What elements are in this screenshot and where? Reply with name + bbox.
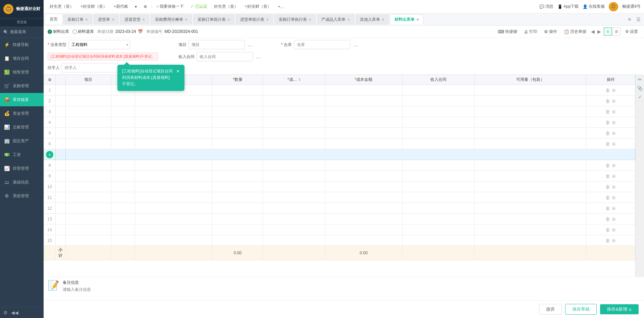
delete-icon[interactable]: 🗑 bbox=[605, 195, 610, 200]
cell[interactable] bbox=[56, 106, 66, 117]
cell[interactable] bbox=[111, 96, 135, 106]
cell[interactable] bbox=[111, 192, 135, 203]
cell[interactable] bbox=[66, 106, 111, 117]
tab-receipt-stats[interactable]: 进货单统计表 ✕ bbox=[236, 14, 273, 24]
date-value[interactable]: 2023-03-24 bbox=[115, 29, 136, 34]
project-input[interactable] bbox=[189, 40, 245, 49]
cell[interactable] bbox=[56, 117, 66, 128]
sidebar-search-menu[interactable]: 🔍 搜索菜单 bbox=[0, 26, 44, 38]
top-bar-app-download[interactable]: 📱 App下载 bbox=[557, 4, 579, 9]
cell[interactable] bbox=[135, 181, 212, 192]
delete-icon[interactable]: 🗑 bbox=[605, 163, 610, 168]
shortcut-key-btn[interactable]: ⌨ 快捷键 bbox=[496, 28, 519, 36]
cell[interactable] bbox=[66, 160, 111, 171]
copy-icon[interactable]: ⊕ bbox=[612, 163, 616, 168]
cell[interactable] bbox=[212, 214, 263, 224]
copy-icon[interactable]: ⊕ bbox=[612, 141, 616, 147]
copy-icon[interactable]: ⊕ bbox=[612, 88, 616, 93]
calendar-icon[interactable]: 📅 bbox=[138, 29, 143, 34]
delete-icon[interactable]: 🗑 bbox=[605, 173, 610, 179]
cell[interactable] bbox=[474, 139, 586, 149]
tooltip-close-btn[interactable]: ✕ bbox=[176, 68, 180, 75]
cell[interactable] bbox=[66, 192, 111, 203]
cell[interactable] bbox=[263, 224, 325, 235]
sidebar-item-project[interactable]: 📋 项目合同 bbox=[0, 52, 44, 65]
view-list-btn[interactable]: ≡ bbox=[604, 28, 612, 36]
copy-icon[interactable]: ⊕ bbox=[612, 109, 616, 114]
cell[interactable] bbox=[56, 181, 66, 192]
cell[interactable] bbox=[474, 106, 586, 117]
cell[interactable] bbox=[474, 181, 586, 192]
cell[interactable] bbox=[474, 224, 586, 235]
cell[interactable] bbox=[56, 139, 66, 149]
sidebar-item-assets[interactable]: 🏢 固定资产 bbox=[0, 134, 44, 148]
settings-btn[interactable]: ⚙ 设置 bbox=[623, 28, 640, 36]
user-name[interactable]: 畅捷通8号 bbox=[622, 4, 641, 9]
operation-btn[interactable]: ⚙ 操作 bbox=[542, 28, 559, 36]
cell[interactable] bbox=[325, 224, 402, 235]
business-type-input[interactable] bbox=[68, 40, 130, 49]
cost-info-icon[interactable]: ℹ bbox=[299, 77, 301, 82]
top-nav-dropdown[interactable]: ▾ bbox=[132, 3, 140, 10]
top-nav-experience[interactable]: ○ 我要体验一下 bbox=[154, 3, 187, 10]
copy-icon[interactable]: ⊕ bbox=[612, 184, 616, 190]
tab-purchase-order[interactable]: 采购订单 ✕ bbox=[63, 14, 92, 24]
cell[interactable] bbox=[325, 128, 402, 139]
copy-icon[interactable]: ⊕ bbox=[612, 227, 616, 232]
cell[interactable] bbox=[402, 106, 474, 117]
copy-icon[interactable]: ⊕ bbox=[612, 173, 616, 179]
cell[interactable] bbox=[263, 160, 325, 171]
print-btn[interactable]: 🖨 打印 bbox=[522, 28, 539, 36]
cell[interactable] bbox=[212, 203, 263, 214]
cell[interactable] bbox=[474, 171, 586, 181]
top-nav-certified[interactable]: ✓ 已认证 bbox=[188, 3, 210, 10]
tab-close-all[interactable]: ✕ bbox=[626, 17, 633, 22]
tab-goods-receipt[interactable]: 进货单 ✕ bbox=[94, 14, 119, 24]
delete-icon[interactable]: 🗑 bbox=[605, 120, 610, 125]
cell[interactable] bbox=[325, 117, 402, 128]
cell[interactable] bbox=[402, 214, 474, 224]
cell[interactable] bbox=[263, 117, 325, 128]
tab-po-stats[interactable]: 采购订单统计表 ✕ bbox=[193, 14, 234, 24]
cell[interactable] bbox=[135, 117, 212, 128]
cell[interactable] bbox=[135, 235, 212, 246]
tab-material-issue-close[interactable]: ✕ bbox=[416, 18, 419, 21]
cell[interactable] bbox=[474, 160, 586, 171]
cell[interactable] bbox=[135, 203, 212, 214]
copy-icon[interactable]: ⊕ bbox=[612, 120, 616, 125]
nav-next-btn[interactable]: ▶ bbox=[597, 29, 601, 34]
delete-icon[interactable]: 🗑 bbox=[605, 206, 610, 211]
tab-finished-goods-close[interactable]: ✕ bbox=[347, 18, 350, 21]
history-doc-btn[interactable]: 📋 历史单据 bbox=[562, 28, 588, 36]
tab-po-execution[interactable]: 采购订单执行表 ✕ bbox=[274, 14, 316, 24]
sidebar-item-shortcuts[interactable]: ⚡ 快捷导航 bbox=[0, 38, 44, 52]
sidebar-item-finance[interactable]: 💰 资金管理 bbox=[0, 107, 44, 120]
cell[interactable] bbox=[66, 224, 111, 235]
cell[interactable] bbox=[111, 117, 135, 128]
cell[interactable] bbox=[212, 171, 263, 181]
tab-po-execution-close[interactable]: ✕ bbox=[309, 18, 311, 21]
cell[interactable] bbox=[56, 192, 66, 203]
delete-icon[interactable]: 🗑 bbox=[605, 184, 610, 190]
cell[interactable] bbox=[56, 85, 66, 96]
cell[interactable] bbox=[263, 85, 325, 96]
copy-icon[interactable]: ⊕ bbox=[612, 216, 616, 222]
cell[interactable] bbox=[212, 139, 263, 149]
warehouse-input[interactable] bbox=[294, 40, 350, 49]
cell[interactable] bbox=[325, 160, 402, 171]
sidebar-settings-icon[interactable]: ⚙ bbox=[3, 310, 8, 315]
cell[interactable] bbox=[325, 203, 402, 214]
tab-menu[interactable]: ☰ bbox=[635, 17, 642, 22]
cell[interactable] bbox=[325, 171, 402, 181]
cell[interactable] bbox=[212, 96, 263, 106]
cell[interactable] bbox=[212, 106, 263, 117]
cell[interactable] bbox=[402, 171, 474, 181]
tab-goods-receipt-close[interactable]: ✕ bbox=[112, 18, 114, 21]
radio-material-issue-input[interactable] bbox=[48, 30, 52, 34]
cell[interactable] bbox=[474, 235, 586, 246]
cell[interactable] bbox=[111, 235, 135, 246]
cell[interactable] bbox=[212, 85, 263, 96]
tab-purchase-order-close[interactable]: ✕ bbox=[85, 18, 88, 21]
cell[interactable] bbox=[66, 96, 111, 106]
save-draft-button[interactable]: 保存草稿 bbox=[565, 304, 597, 315]
